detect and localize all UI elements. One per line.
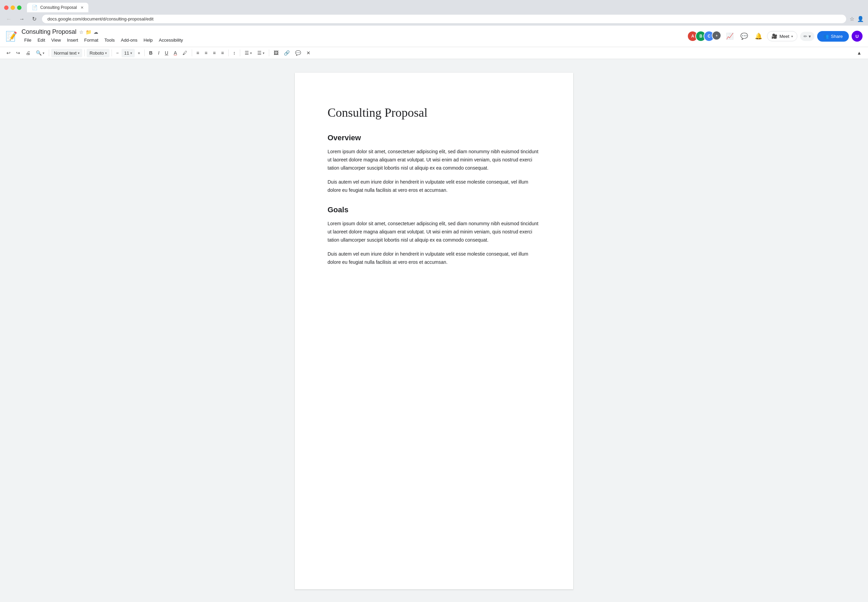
menu-file[interactable]: File [21, 36, 34, 44]
font-size-decrease[interactable]: − [114, 49, 121, 57]
menu-tools[interactable]: Tools [102, 36, 117, 44]
style-dropdown-arrow: ▾ [78, 51, 80, 55]
profile-menu-icon[interactable]: 👤 [857, 16, 864, 22]
line-spacing-button[interactable]: ↕ [231, 48, 238, 57]
bullet-icon: ☰ [245, 50, 249, 55]
separator-3 [112, 49, 112, 56]
highlight-button[interactable]: 🖊 [180, 48, 190, 57]
numbered-list-button[interactable]: ☰ ▾ [255, 48, 267, 57]
zoom-dropdown-arrow: ▾ [43, 51, 44, 55]
underline-button[interactable]: U [163, 48, 170, 57]
collapse-toolbar-button[interactable]: ▲ [854, 48, 864, 57]
text-style-label: Normal text [54, 51, 77, 55]
redo-button[interactable]: ↪ [14, 48, 23, 57]
font-size-increase[interactable]: + [135, 49, 142, 57]
star-icon[interactable]: ☆ [79, 29, 84, 35]
zoom-icon: 🔍 [36, 50, 41, 55]
share-label: Share [831, 34, 843, 39]
font-size-value: 11 [124, 51, 129, 55]
folder-icon[interactable]: 📁 [86, 29, 92, 35]
document-title: Consulting Proposal [328, 106, 540, 120]
toolbar: ↩ ↪ 🖨 🔍 ▾ Normal text ▾ Roboto ▾ − 11 ▾ … [0, 47, 868, 59]
notification-icon[interactable]: 🔔 [753, 31, 764, 42]
tab-title: Consulting Proposal [40, 5, 78, 10]
tab-close-icon[interactable]: ✕ [81, 5, 84, 10]
doc-info: Consulting Proposal ☆ 📁 ☁ File Edit View… [21, 28, 683, 44]
bold-button[interactable]: B [147, 48, 155, 57]
address-bar-actions: ☆ 👤 [850, 16, 864, 22]
app-container: 📝 Consulting Proposal ☆ 📁 ☁ File Edit Vi… [0, 26, 868, 602]
bookmark-icon[interactable]: ☆ [850, 16, 854, 22]
insert-comment-button[interactable]: 💬 [293, 48, 303, 57]
font-dropdown-arrow: ▾ [105, 51, 107, 55]
edit-mode-button[interactable]: ✏ ▾ [800, 32, 814, 41]
separator-8 [269, 49, 269, 56]
menu-format[interactable]: Format [81, 36, 101, 44]
meet-label: Meet [779, 34, 789, 39]
share-people-icon: 👥 [823, 34, 829, 39]
menu-insert[interactable]: Insert [64, 36, 81, 44]
user-avatar[interactable]: U [852, 31, 863, 41]
meet-icon: 🎥 [771, 34, 777, 39]
avatar-extra: + [712, 31, 721, 40]
close-button[interactable] [4, 5, 9, 10]
print-button[interactable]: 🖨 [23, 48, 33, 57]
align-right-button[interactable]: ≡ [210, 48, 218, 57]
bullet-list-button[interactable]: ☰ ▾ [242, 48, 254, 57]
section-heading-1: Goals [328, 206, 540, 214]
tab-favicon: 📄 [32, 5, 38, 10]
menu-bar: File Edit View Insert Format Tools Add-o… [21, 36, 683, 44]
align-left-button[interactable]: ≡ [194, 48, 202, 57]
section-paragraph-0-1: Duis autem vel eum iriure dolor in hendr… [328, 178, 540, 195]
reload-button[interactable]: ↻ [30, 14, 38, 23]
tab-bar: 📄 Consulting Proposal ✕ [27, 3, 864, 12]
section-paragraph-0-0: Lorem ipsum dolor sit amet, consectetuer… [328, 148, 540, 172]
document-page: Consulting Proposal Overview Lorem ipsum… [295, 73, 573, 590]
maximize-button[interactable] [17, 5, 21, 10]
separator-4 [144, 49, 145, 56]
font-color-button[interactable]: A [171, 48, 179, 57]
undo-button[interactable]: ↩ [4, 48, 13, 57]
title-bar: 📝 Consulting Proposal ☆ 📁 ☁ File Edit Vi… [0, 26, 868, 47]
italic-button[interactable]: I [156, 48, 162, 57]
menu-addons[interactable]: Add-ons [118, 36, 140, 44]
insert-image-button[interactable]: 🖼 [271, 48, 281, 57]
separator-7 [240, 49, 240, 56]
section-heading-0: Overview [328, 134, 540, 142]
back-button[interactable]: ← [4, 15, 14, 23]
menu-view[interactable]: View [48, 36, 63, 44]
font-size-dropdown[interactable]: 11 ▾ [121, 49, 135, 57]
doc-action-icons: ☆ 📁 ☁ [79, 29, 98, 35]
pencil-icon: ✏ [804, 34, 807, 39]
text-style-dropdown[interactable]: Normal text ▾ [51, 49, 82, 57]
active-tab[interactable]: 📄 Consulting Proposal ✕ [27, 3, 88, 12]
clear-formatting-button[interactable]: ✕ [304, 48, 313, 57]
section-paragraph-1-0: Lorem ipsum dolor sit amet, consectetuer… [328, 220, 540, 244]
zoom-button[interactable]: 🔍 ▾ [34, 48, 47, 57]
share-button[interactable]: 👥 Share [817, 31, 849, 41]
comment-icon[interactable]: 💬 [738, 31, 750, 42]
collaborator-avatars: A B C + [687, 31, 721, 41]
doc-title: Consulting Proposal [21, 28, 77, 35]
address-bar[interactable] [42, 15, 846, 23]
menu-help[interactable]: Help [141, 36, 156, 44]
forward-button[interactable]: → [17, 15, 27, 23]
numbered-dropdown-arrow: ▾ [263, 51, 264, 55]
align-center-button[interactable]: ≡ [202, 48, 210, 57]
font-label: Roboto [89, 51, 104, 55]
doc-title-row: Consulting Proposal ☆ 📁 ☁ [21, 28, 683, 35]
insert-link-button[interactable]: 🔗 [282, 48, 292, 57]
address-bar-row: ← → ↻ ☆ 👤 [0, 12, 868, 26]
activity-icon[interactable]: 📈 [724, 31, 736, 42]
docs-app-icon: 📝 [5, 31, 17, 42]
meet-button[interactable]: 🎥 Meet ▾ [767, 31, 797, 41]
menu-accessibility[interactable]: Accessibility [156, 36, 186, 44]
menu-edit[interactable]: Edit [35, 36, 48, 44]
minimize-button[interactable] [11, 5, 15, 10]
meet-dropdown-icon: ▾ [791, 34, 793, 38]
align-justify-button[interactable]: ≡ [219, 48, 226, 57]
cloud-icon: ☁ [94, 29, 98, 35]
title-bar-actions: A B C + 📈 💬 🔔 🎥 Meet ▾ ✏ ▾ [687, 31, 863, 42]
document-area[interactable]: Consulting Proposal Overview Lorem ipsum… [0, 59, 868, 602]
font-dropdown[interactable]: Roboto ▾ [87, 49, 109, 57]
